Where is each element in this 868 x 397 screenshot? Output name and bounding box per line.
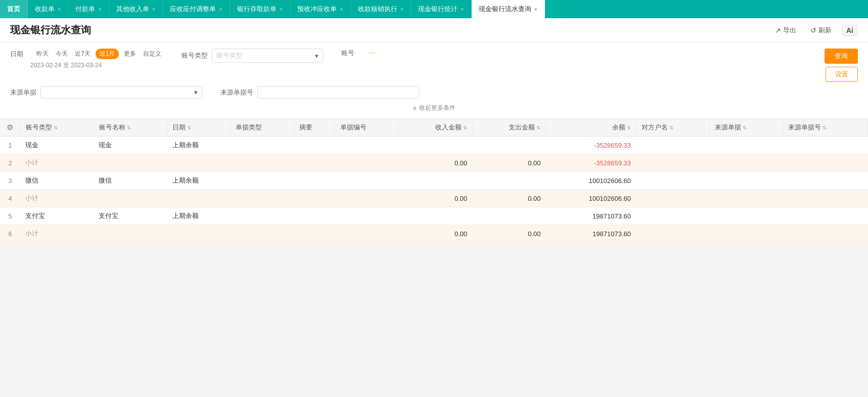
col-gear[interactable]: ⚙ — [0, 119, 20, 137]
cell-balance: 19871073.60 — [546, 207, 636, 225]
ai-button[interactable]: Ai — [842, 25, 858, 36]
nav-item-payment[interactable]: 付款单 × — [68, 0, 109, 18]
close-stats-icon[interactable]: × — [461, 6, 464, 12]
export-button[interactable]: ↗ 导出 — [771, 24, 800, 37]
close-prepay-icon[interactable]: × — [340, 6, 343, 12]
refresh-button[interactable]: ↺ 刷新 — [806, 24, 836, 37]
nav-item-verify[interactable]: 收款核销执行 × — [351, 0, 411, 18]
close-flow-query-icon[interactable]: × — [534, 6, 537, 12]
collapse-bar[interactable]: ∧ 收起更多条件 — [10, 102, 858, 114]
date-btn-yesterday[interactable]: 昨天 — [34, 49, 51, 59]
date-btn-today[interactable]: 今天 — [54, 49, 70, 59]
cell-summary — [294, 190, 335, 207]
cell-index: 6 — [0, 225, 20, 243]
source-doc-group: 来源单据 ▾ — [10, 86, 202, 99]
cell-account-type: 小计 — [20, 154, 94, 172]
col-counterparty[interactable]: 对方户名⇅ — [636, 119, 709, 137]
date-label: 日期 — [10, 50, 30, 59]
sort-counterparty-icon: ⇅ — [669, 125, 673, 130]
col-source-doc-no[interactable]: 来源单据号⇅ — [783, 119, 868, 137]
subtotal-label: 小计 — [25, 159, 38, 166]
source-doc-chevron-icon: ▾ — [194, 89, 198, 96]
cell-doc-type — [230, 172, 294, 190]
export-icon: ↗ — [775, 26, 781, 34]
cell-summary — [294, 154, 335, 172]
gear-icon[interactable]: ⚙ — [7, 123, 13, 131]
cell-date: 上期余额 — [167, 207, 231, 225]
col-income[interactable]: 收入金额⇅ — [399, 119, 472, 137]
source-doc-no-group: 来源单据号 — [220, 86, 419, 99]
cell-balance: 19871073.60 — [546, 225, 636, 243]
col-expense[interactable]: 支出金额⇅ — [472, 119, 545, 137]
date-btn-7days[interactable]: 近7天 — [73, 49, 93, 59]
date-btn-more[interactable]: 更多 — [122, 49, 138, 59]
cell-balance: 100102606.60 — [546, 172, 636, 190]
cell-account-type: 现金 — [20, 137, 94, 154]
cell-source-doc-no — [783, 154, 868, 172]
sort-balance-icon: ⇅ — [627, 125, 631, 130]
filter-area: 日期 昨天 今天 近7天 近1月 更多 自定义 2023-02-24 至 202… — [0, 42, 868, 119]
cell-account-type: 小计 — [20, 225, 94, 243]
cell-summary — [294, 225, 335, 243]
settings-button[interactable]: 设置 — [826, 67, 858, 82]
col-source-doc[interactable]: 来源单据⇅ — [709, 119, 783, 137]
source-doc-label: 来源单据 — [10, 88, 36, 97]
sort-account-type-icon: ⇅ — [54, 125, 58, 130]
source-doc-select[interactable]: ▾ — [40, 86, 202, 99]
account-group: 账号 ··· — [341, 49, 378, 58]
date-btn-1month[interactable]: 近1月 — [96, 49, 119, 59]
sort-source-doc-icon: ⇅ — [743, 125, 747, 130]
cell-expense: 0.00 — [472, 154, 545, 172]
cell-income — [399, 207, 472, 225]
sort-income-icon: ⇅ — [463, 125, 467, 130]
cell-doc-type — [230, 225, 294, 243]
cell-summary — [294, 137, 335, 154]
nav-item-bank-deposit[interactable]: 银行存取款单 × — [230, 0, 290, 18]
nav-item-home[interactable]: 首页 — [0, 0, 28, 18]
date-btn-custom[interactable]: 自定义 — [141, 49, 163, 59]
cell-account-name — [94, 154, 167, 172]
nav-item-adjustment[interactable]: 应收应付调整单 × — [163, 0, 230, 18]
account-type-label: 账号类型 — [181, 51, 208, 60]
nav-item-receipt[interactable]: 收款单 × — [28, 0, 68, 18]
table-container: ⚙ 账号类型⇅ 账号名称⇅ 日期⇅ 单据类型 摘要 单据编号 — [0, 119, 868, 243]
close-verify-icon[interactable]: × — [400, 6, 403, 12]
nav-item-prepay[interactable]: 预收冲应收单 × — [290, 0, 350, 18]
col-date[interactable]: 日期⇅ — [167, 119, 231, 137]
col-summary: 摘要 — [294, 119, 335, 137]
table-row: 1 现金 现金 上期余额 -3528659.33 — [0, 137, 868, 154]
close-other-income-icon[interactable]: × — [152, 6, 155, 12]
account-ellipsis-button[interactable]: ··· — [366, 49, 378, 58]
cell-index: 5 — [0, 207, 20, 225]
subtotal-label: 小计 — [25, 230, 38, 237]
cell-doc-no — [335, 154, 399, 172]
header-actions: ↗ 导出 ↺ 刷新 Ai — [771, 24, 858, 37]
cell-income — [399, 137, 472, 154]
query-button[interactable]: 查询 — [825, 49, 858, 64]
nav-item-flow-query[interactable]: 现金银行流水查询 × — [472, 0, 545, 18]
account-type-select[interactable]: 账号类型 ▾ — [212, 49, 323, 63]
source-doc-no-input[interactable] — [257, 86, 419, 99]
cell-account-name — [94, 225, 167, 243]
cell-date: 上期余额 — [167, 137, 231, 154]
cell-doc-type — [230, 207, 294, 225]
cell-income: 0.00 — [399, 154, 472, 172]
close-adjustment-icon[interactable]: × — [219, 6, 222, 12]
nav-item-stats[interactable]: 现金银行统计 × — [411, 0, 471, 18]
close-receipt-icon[interactable]: × — [58, 6, 61, 12]
col-balance[interactable]: 余额⇅ — [546, 119, 636, 137]
data-table: ⚙ 账号类型⇅ 账号名称⇅ 日期⇅ 单据类型 摘要 单据编号 — [0, 119, 868, 243]
cell-balance: -3528659.33 — [546, 154, 636, 172]
close-payment-icon[interactable]: × — [98, 6, 101, 12]
account-type-group: 账号类型 账号类型 ▾ — [181, 49, 323, 63]
col-doc-no: 单据编号 — [335, 119, 399, 137]
cell-income: 0.00 — [399, 190, 472, 207]
cell-date — [167, 154, 231, 172]
nav-item-other-income[interactable]: 其他收入单 × — [109, 0, 163, 18]
cell-account-type: 支付宝 — [20, 207, 94, 225]
cell-doc-no — [335, 207, 399, 225]
col-account-name[interactable]: 账号名称⇅ — [94, 119, 167, 137]
close-bank-deposit-icon[interactable]: × — [280, 6, 283, 12]
cell-doc-no — [335, 225, 399, 243]
col-account-type[interactable]: 账号类型⇅ — [20, 119, 94, 137]
